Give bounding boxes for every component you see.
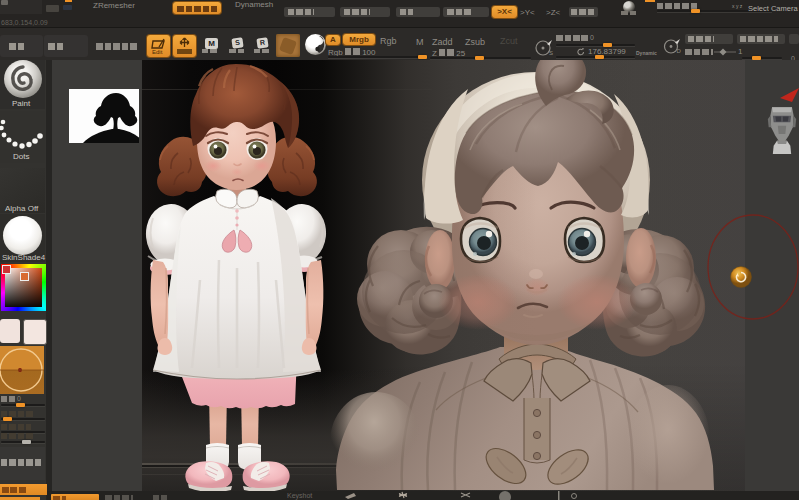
svg-text:S: S xyxy=(549,50,553,56)
svg-text:D: D xyxy=(677,48,682,54)
svg-text:Edit: Edit xyxy=(152,49,163,55)
